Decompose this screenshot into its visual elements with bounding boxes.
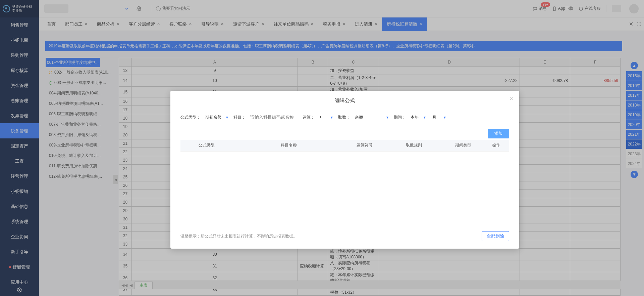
fetch-select[interactable]: 余额▼ [354,113,390,122]
mth-2: 运算符号 [345,140,384,151]
op-select[interactable]: +▼ [318,113,335,122]
modal-tip: 温馨提示：新公式只对未出报表进行计算，不影响历史报表数据。 [180,234,297,239]
modal-title: 编辑公式 [180,97,509,104]
label-type: 公式类型： [180,115,201,120]
formula-form: 公式类型： 期初余额▼ 科目： 运算： +▼ 取数： 余额▼ 期间： 本年▼ 月… [180,113,509,122]
mth-3: 取数规则 [384,140,443,151]
subject-input[interactable] [249,113,299,122]
mth-0: 公式类型 [180,140,233,151]
label-op: 运算： [303,115,315,120]
delete-all-button[interactable]: 全部删除 [482,231,509,241]
close-icon[interactable]: × [509,95,513,102]
period-month-select[interactable]: 月▼ [431,113,448,122]
mth-4: 期间类型 [443,140,483,151]
formula-table: 公式类型科目名称运算符号取数规则期间类型操作 [180,140,509,152]
mth-1: 科目名称 [233,140,345,151]
type-select[interactable]: 期初余额▼ [204,113,230,122]
label-fetch: 取数： [338,115,350,120]
edit-formula-modal: × 编辑公式 公式类型： 期初余额▼ 科目： 运算： +▼ 取数： 余额▼ 期间… [170,91,519,249]
label-subject: 科目： [233,115,246,120]
period-year-select[interactable]: 本年▼ [409,113,428,122]
mth-5: 操作 [483,140,509,151]
label-period: 期间： [394,115,406,120]
add-button[interactable]: 添加 [488,129,509,138]
